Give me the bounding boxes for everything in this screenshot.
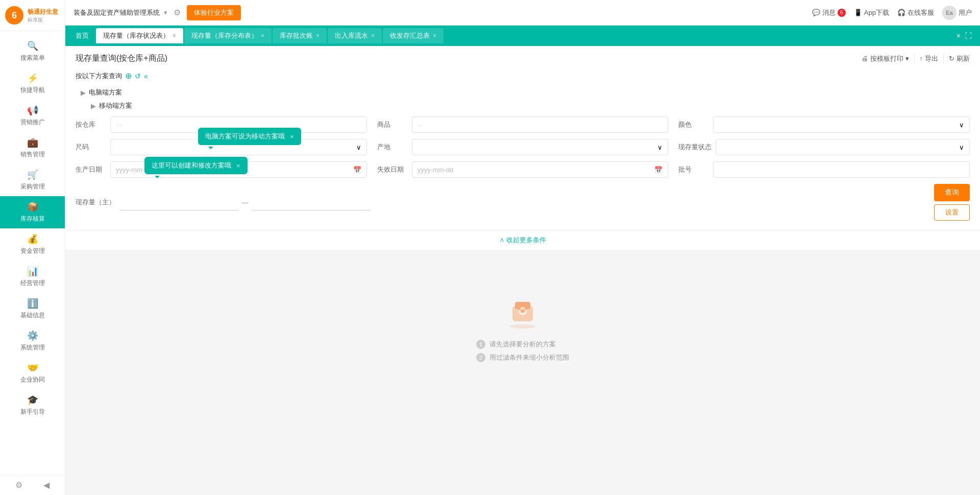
tab-close-icon[interactable]: × [261,32,264,39]
tab-fullscreen-icon[interactable]: ⛶ [965,32,972,40]
color-select[interactable]: ∨ [713,116,970,133]
empty-illustration [502,291,543,332]
chevron-down-icon: ∨ [959,121,964,129]
sidebar-item-inventory[interactable]: 📦 库存核算 [0,196,65,228]
tab-home[interactable]: 首页 [69,28,95,43]
basicinfo-icon: ℹ️ [27,298,38,309]
tab-close-icon[interactable]: × [433,32,436,39]
tab-inventory-dist[interactable]: 现存量（库存分布表） × [184,28,272,43]
expire-date-field: 失效日期 yyyy-mm-dd 📅 [377,161,669,178]
export-button[interactable]: ↑ 导出 [920,54,939,63]
sidebar-item-system[interactable]: ⚙️ 系统管理 [0,325,65,357]
origin-select[interactable]: ∨ [412,139,669,155]
refresh-button[interactable]: ↻ 刷新 [949,54,970,63]
collapse-bar[interactable]: ∧ 收起更多条件 [65,230,980,250]
brand-edition: 标准版 [28,16,58,23]
goods-field: 商品 ··· [377,116,669,133]
stock-status-label: 现存量状态 [678,143,712,152]
tab-inventory-dist-label: 现存量（库存分布表） [191,31,258,40]
collapse-sidebar-icon[interactable]: ◀ [43,480,50,490]
tab-inventory-status[interactable]: 现存量（库存状况表） × [96,28,183,43]
reset-button[interactable]: 设置 [934,204,970,221]
filter-cycle-button[interactable]: ↺ [135,72,141,80]
stock-main-label: 现存量（主） [76,198,115,207]
sidebar-item-marketing[interactable]: 📢 营销推广 [0,100,65,132]
sidebar-item-management[interactable]: 📊 经营管理 [0,261,65,293]
calendar-icon: 📅 [353,166,361,174]
search-button[interactable]: 查询 [934,184,970,201]
inventory-icon: 📦 [27,201,38,213]
svg-point-0 [510,324,535,328]
sidebar-item-guide[interactable]: 🎓 新手引导 [0,389,65,421]
industry-solution-button[interactable]: 体验行业方案 [187,5,241,20]
online-support-label: 在线客服 [908,8,934,17]
tab-batch-account[interactable]: 库存批次账 × [273,28,327,43]
sidebar-item-finance[interactable]: 💰 资金管理 [0,228,65,261]
scheme-desktop-group[interactable]: ▶ 电脑端方案 [81,86,970,99]
scheme-mobile-group[interactable]: ▶ 移动端方案 [81,99,970,112]
tab-close-icon[interactable]: × [371,32,375,39]
empty-state: 1 请先选择要分析的方案 2 用过滤条件来缩小分析范围 [65,250,980,403]
empty-tip-1: 1 请先选择要分析的方案 [476,340,569,349]
app-download-button[interactable]: 📱 App下载 [854,8,889,17]
batch-input[interactable] [713,161,970,178]
tab-close-icon[interactable]: × [173,32,176,39]
online-support-button[interactable]: 🎧 在线客服 [897,8,934,17]
goods-label: 商品 [377,120,408,129]
system-dropdown-icon[interactable]: ▾ [164,9,167,16]
refresh-icon: ↻ [949,55,954,62]
scheme-mobile-label: 移动端方案 [99,101,132,110]
sidebar-nav: 🔍 搜索菜单 ⚡ 快捷导航 📢 营销推广 💼 销售管理 🛒 采购管理 📦 库存核… [0,31,65,475]
page-header: 现存量查询(按仓库+商品) 🖨 按模板打印 ▾ ↑ 导出 ↻ 刷新 [65,46,980,64]
filter-add-button[interactable]: ⊕ [125,71,132,81]
tab-inout-flow[interactable]: 出入库流水 × [328,28,382,43]
scheme-triangle-icon2: ▶ [91,102,96,110]
tab-close-icon[interactable]: × [316,32,320,39]
stock-main-max-input[interactable] [252,194,371,210]
sidebar-item-basicinfo[interactable]: ℹ️ 基础信息 [0,293,65,325]
stock-main-range: — [119,194,371,210]
collapse-text: ∧ 收起更多条件 [499,236,547,244]
sidebar-item-label: 销售管理 [20,150,45,159]
settings-bottom-icon[interactable]: ⚙ [15,480,22,490]
tooltip-create-hint: 这里可以创建和修改方案哦 × [144,157,248,174]
stock-main-field: 现存量（主） — [76,194,371,210]
sidebar: 6 畅通好生意 标准版 🔍 搜索菜单 ⚡ 快捷导航 📢 营销推广 💼 销售管理 … [0,0,65,495]
logo-area: 6 畅通好生意 标准版 [0,0,65,31]
sidebar-item-search[interactable]: 🔍 搜索菜单 [0,35,65,67]
app-download-label: App下载 [864,8,889,17]
stock-main-min-input[interactable] [119,194,239,210]
tooltip-close-2[interactable]: × [236,162,240,170]
sidebar-item-sales[interactable]: 💼 销售管理 [0,132,65,164]
expire-date-label: 失效日期 [377,165,408,174]
system-name: 装备及固定资产辅助管理系统 [74,8,160,17]
sidebar-item-purchase[interactable]: 🛒 采购管理 [0,164,65,196]
svg-point-5 [519,308,521,310]
marketing-icon: 📢 [27,105,38,116]
chevron-down-icon: ∨ [959,144,964,151]
tooltip-close-1[interactable]: × [290,133,294,140]
topbar-gear-icon[interactable]: ⚙ [174,8,181,17]
sidebar-item-enterprise[interactable]: 🤝 企业协同 [0,357,65,389]
template-print-button[interactable]: 🖨 按模板打印 ▾ [862,54,909,63]
sidebar-item-label: 搜索菜单 [20,54,45,62]
size-label: 尺码 [76,143,106,152]
message-button[interactable]: 💬 消息 6 [812,8,846,17]
user-menu-button[interactable]: Ea 用户 [942,6,972,20]
sales-icon: 💼 [27,137,38,148]
expire-date-input[interactable]: yyyy-mm-dd 📅 [412,161,669,178]
sidebar-item-label: 采购管理 [20,182,45,191]
scheme-tree: ▶ 电脑端方案 ▶ 移动端方案 [76,86,970,112]
print-icon: 🖨 [862,55,868,62]
user-label: 用户 [959,8,972,17]
sidebar-item-quicknav[interactable]: ⚡ 快捷导航 [0,67,65,100]
tooltip-green-2: 这里可以创建和修改方案哦 × [144,157,248,174]
stock-status-select[interactable]: ∨ [716,139,970,155]
tab-close-all-icon[interactable]: × [957,32,961,40]
tab-inout-flow-label: 出入库流水 [335,31,368,40]
filter-left-arrow-button[interactable]: « [144,72,148,80]
tab-summary[interactable]: 收发存汇总表 × [383,28,444,43]
range-dash: — [242,199,249,206]
goods-input[interactable]: ··· [412,116,669,133]
purchase-icon: 🛒 [27,169,38,180]
